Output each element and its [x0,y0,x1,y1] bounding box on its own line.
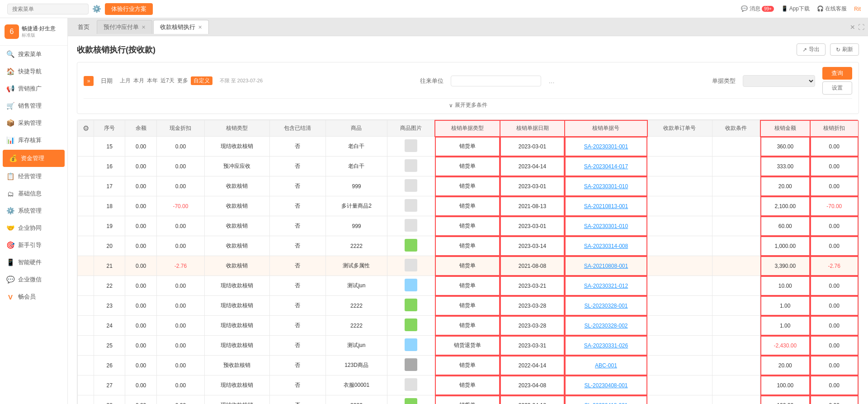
close-icon[interactable]: ✕ [850,24,855,31]
page-header-actions: ↗ 导出 ↻ 刷新 [797,43,859,56]
tab-receivable-label: 收款核销执行 [160,23,195,31]
verify-bill-link[interactable]: SA-20230301-010 [584,223,628,229]
cell-verify-amount: 333.00 [760,157,811,176]
cell-verify-bill-no[interactable]: SL-20230418-001 [565,395,647,404]
verify-bill-link[interactable]: SA-20210813-001 [584,203,628,209]
verify-bill-link[interactable]: SA-20230314-008 [584,243,628,249]
cell-verify-bill-no[interactable]: SA-20230331-026 [565,336,647,356]
export-button[interactable]: ↗ 导出 [797,43,826,56]
expand-more-btn[interactable]: ∨ 展开更多条件 [84,98,852,109]
sidebar-item-search[interactable]: 🔍 搜索菜单 [0,46,67,63]
sidebar-item-guide[interactable]: 🎯 新手引导 [0,237,67,254]
cell-verify-bill-no[interactable]: SA-20210808-001 [565,256,647,276]
cell-receipt-condition [712,196,760,216]
sidebar-item-purchase[interactable]: 📦 采购管理 [0,114,67,132]
cell-receipt-condition [712,256,760,276]
cell-verify-bill-no[interactable]: SA-20230321-012 [565,276,647,296]
tab-receivable[interactable]: 收款核销执行 ✕ [153,20,209,34]
industry-solution-btn[interactable]: 体验行业方案 [105,3,153,15]
date-opt-7days[interactable]: 近7天 [160,77,175,85]
tab-prepay[interactable]: 预付冲应付单 ✕ [97,20,152,34]
sidebar-item-hardware[interactable]: 📱 智能硬件 [0,254,67,271]
sidebar-label-sales: 销售管理 [18,102,42,110]
gear-icon[interactable]: ⚙️ [92,5,101,13]
verify-bill-link[interactable]: SA-20230301-010 [584,183,628,190]
cell-receipt-order-no [647,256,712,276]
receipt-type-select[interactable] [743,75,815,87]
sidebar-item-system[interactable]: ⚙️ 系统管理 [0,202,67,219]
date-opt-more[interactable]: 更多 [177,77,188,85]
message-icon[interactable]: 💬 消息 99+ [741,5,774,13]
sidebar-label-purchase: 采购管理 [18,119,42,127]
sidebar-item-member[interactable]: V 畅会员 [0,288,67,305]
verify-bill-link[interactable]: SL-20230408-001 [584,382,627,389]
verify-bill-link[interactable]: SA-20230321-012 [584,283,628,289]
verify-bill-link[interactable]: SA-20230301-001 [584,143,628,150]
message-badge: 99+ [762,6,774,12]
cell-product-image [387,316,435,336]
filter-expand-btn[interactable]: » [84,76,94,86]
cell-verify-bill-no[interactable]: SA-20210813-001 [565,196,647,216]
sidebar-item-enterprise[interactable]: 🤝 企业协同 [0,219,67,237]
date-opt-this-month[interactable]: 本月 [133,77,144,85]
cell-num: 21 [94,256,125,276]
cell-verify-bill-no[interactable]: SA-20230301-010 [565,216,647,236]
verify-bill-link[interactable]: SL-20230418-001 [584,402,627,404]
partner-input[interactable] [451,76,541,86]
date-opt-this-year[interactable]: 本年 [147,77,158,85]
sidebar-item-marketing[interactable]: 📢 营销推广 [0,80,67,97]
sidebar-item-operations[interactable]: 📋 经营管理 [0,168,67,185]
cell-verify-bill-no[interactable]: SA-20230301-010 [565,176,647,196]
verify-bill-link[interactable]: SA-20230414-017 [584,163,628,170]
verify-bill-link[interactable]: SA-20230331-026 [584,342,628,349]
app-download-link[interactable]: 📱 App下载 [781,5,810,13]
sidebar-item-funds[interactable]: 💰 资金管理 [3,150,65,167]
refresh-button[interactable]: ↻ 刷新 [830,43,859,56]
cell-verify-bill-date: 2023-03-01 [500,216,565,236]
sidebar-label-hardware: 智能硬件 [18,258,42,266]
setting-button[interactable]: 设置 [822,81,852,95]
verify-bill-link[interactable]: SL-20230328-002 [584,323,627,329]
cell-verify-bill-no[interactable]: ABC-001 [565,356,647,375]
sidebar-item-inventory[interactable]: 📊 库存核算 [0,132,67,149]
top-search-input[interactable] [7,4,89,14]
sidebar-item-sales[interactable]: 🛒 销售管理 [0,97,67,114]
sidebar-item-quick-nav[interactable]: 🏠 快捷导航 [0,63,67,80]
cell-verify-bill-no[interactable]: SA-20230314-008 [565,236,647,256]
cell-cash-discount: 0.00 [156,395,204,404]
cell-verify-bill-no[interactable]: SA-20230301-001 [565,137,647,157]
tab-home[interactable]: 首页 [71,20,96,34]
cell-verify-bill-no[interactable]: SL-20230328-001 [565,296,647,316]
inventory-icon: 📊 [6,136,14,144]
cell-verify-bill-no[interactable]: SA-20230414-017 [565,157,647,176]
cell-verify-bill-no[interactable]: SL-20230408-001 [565,375,647,395]
verify-bill-link[interactable]: SL-20230328-001 [584,303,627,309]
sidebar-item-wechat[interactable]: 💬 企业微信 [0,271,67,288]
cell-settings [78,296,94,316]
date-opt-custom[interactable]: 自定义 [191,76,212,85]
verify-bill-link[interactable]: SA-20210808-001 [584,263,628,269]
cell-verify-discount: 0.00 [810,137,858,157]
cell-receipt-order-no [647,316,712,336]
maximize-icon[interactable]: ⛶ [858,24,864,31]
cell-product-image [387,216,435,236]
verify-bill-link[interactable]: ABC-001 [595,362,617,369]
cell-verify-type: 现结收款核销 [205,336,269,356]
cell-included-settled: 否 [269,395,326,404]
search-icon: 🔍 [6,50,14,58]
query-button[interactable]: 查询 [822,67,852,80]
date-opt-last-month[interactable]: 上月 [120,77,131,85]
col-verify-bill-date: 核销单据日期 [500,120,565,137]
cell-verify-type: 收款核销 [205,256,269,276]
online-service-link[interactable]: 🎧 在线客服 [817,5,847,13]
gear-icon[interactable]: ⚙ [83,124,89,132]
cell-verify-bill-no[interactable]: SL-20230328-002 [565,316,647,336]
sidebar-item-basic-info[interactable]: 🗂 基础信息 [0,185,67,202]
user-name: Rit [854,6,861,12]
cell-product: 测试多属性 [326,256,387,276]
tab-receivable-close[interactable]: ✕ [198,24,202,30]
col-settings[interactable]: ⚙ [78,120,94,137]
cell-verify-amount: 3,390.00 [760,256,811,276]
tab-prepay-close[interactable]: ✕ [142,24,146,30]
cell-settings [78,176,94,196]
